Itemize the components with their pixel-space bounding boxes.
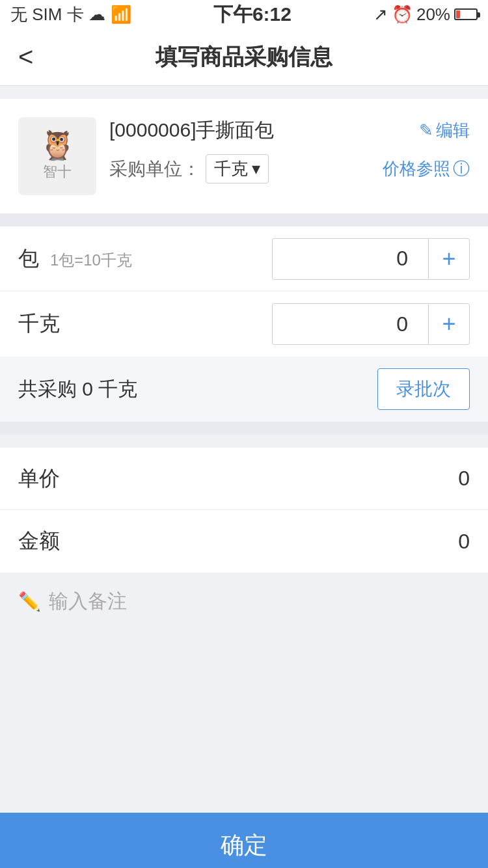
kg-input-right: + <box>272 303 470 345</box>
unit-label: 采购单位： 千克 ▾ <box>109 154 269 183</box>
nav-bar: < 填写商品采购信息 <box>0 29 488 86</box>
unit-price-value: 0 <box>458 467 470 491</box>
kg-label: 千克 <box>18 310 96 338</box>
page-title: 填写商品采购信息 <box>156 42 332 72</box>
confirm-button[interactable]: 确定 <box>0 813 488 868</box>
record-batch-button[interactable]: 录批次 <box>377 368 470 410</box>
edit-icon: ✎ <box>419 120 433 141</box>
section-divider-2 <box>0 422 488 435</box>
package-sub-label: 1包=10千克 <box>50 251 132 269</box>
kg-input-row: 千克 + <box>0 292 488 357</box>
summary-text: 共采购 0 千克 <box>18 376 137 403</box>
summary-section: 共采购 0 千克 录批次 <box>0 357 488 422</box>
amount-label: 金额 <box>18 527 60 556</box>
unit-row: 采购单位： 千克 ▾ 价格参照 ⓘ <box>109 154 470 183</box>
alarm-icon: ⏰ <box>392 5 413 25</box>
unit-dropdown[interactable]: 千克 ▾ <box>206 154 269 183</box>
dropdown-arrow-icon: ▾ <box>252 159 260 179</box>
spacer <box>0 631 488 813</box>
edit-button[interactable]: ✎ 编辑 <box>419 119 470 142</box>
product-image-label: 智十 <box>43 162 72 182</box>
kg-plus-button[interactable]: + <box>428 303 470 345</box>
help-icon: ⓘ <box>453 157 470 180</box>
product-image-icon: 🦉 <box>40 131 75 159</box>
product-name: [0000006]手撕面包 <box>109 117 274 144</box>
price-ref-label: 价格参照 <box>383 157 450 180</box>
back-button[interactable]: < <box>18 42 57 72</box>
price-section: 单价 0 金额 0 <box>0 448 488 573</box>
package-plus-button[interactable]: + <box>428 238 470 280</box>
status-bar: 无 SIM 卡 ☁ 📶 下午6:12 ↗ ⏰ 20% <box>0 0 488 29</box>
amount-value: 0 <box>458 530 470 554</box>
input-section: 包 1包=10千克 + 千克 + <box>0 226 488 357</box>
price-reference-button[interactable]: 价格参照 ⓘ <box>383 157 470 180</box>
product-name-row: [0000006]手撕面包 ✎ 编辑 <box>109 117 470 144</box>
status-time: 下午6:12 <box>213 1 291 28</box>
pencil-icon: ✏️ <box>18 591 41 612</box>
unit-price-label: 单价 <box>18 465 60 493</box>
remark-placeholder: 输入备注 <box>49 588 127 615</box>
product-info: [0000006]手撕面包 ✎ 编辑 采购单位： 千克 ▾ 价格参照 ⓘ <box>109 117 470 183</box>
status-left: 无 SIM 卡 ☁ 📶 <box>10 3 131 26</box>
location-icon: ↗ <box>373 5 388 25</box>
edit-label: 编辑 <box>436 119 470 142</box>
package-input-right: + <box>272 238 470 280</box>
product-thumbnail: 🦉 智十 <box>18 117 96 195</box>
battery-percent: 20% <box>416 5 450 25</box>
package-input-row: 包 1包=10千克 + <box>0 226 488 292</box>
kg-input[interactable] <box>272 303 428 345</box>
unit-price-row: 单价 0 <box>0 448 488 510</box>
sim-label: 无 SIM 卡 ☁ <box>10 3 105 26</box>
package-input[interactable] <box>272 238 428 280</box>
amount-row: 金额 0 <box>0 510 488 573</box>
confirm-button-wrap: 确定 <box>0 813 488 868</box>
status-right: ↗ ⏰ 20% <box>373 5 478 25</box>
wifi-icon: 📶 <box>111 5 131 25</box>
battery-icon <box>454 8 478 20</box>
section-divider <box>0 213 488 226</box>
product-card: 🦉 智十 [0000006]手撕面包 ✎ 编辑 采购单位： 千克 ▾ 价格参照 … <box>0 99 488 213</box>
remark-section[interactable]: ✏️ 输入备注 <box>0 573 488 631</box>
unit-value: 千克 <box>214 157 248 180</box>
package-label: 包 1包=10千克 <box>18 245 132 273</box>
